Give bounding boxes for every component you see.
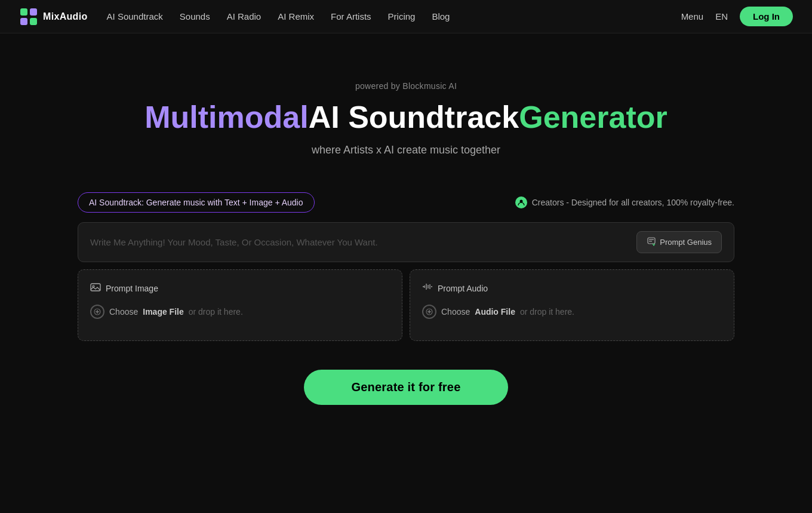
audio-upload-icon [422,305,436,319]
card-area: AI Soundtrack: Generate music with Text … [78,192,734,429]
text-prompt-row: Prompt Genius [78,222,734,262]
nav-item-ai-remix[interactable]: AI Remix [278,11,314,22]
menu-button[interactable]: Menu [681,11,704,21]
logo-text: MixAudio [43,11,88,22]
hero-subtitle: where Artists x AI create music together [312,144,500,156]
nav-item-ai-radio[interactable]: AI Radio [227,11,262,22]
creators-info: Creators - Designed for all creators, 10… [515,196,734,208]
audio-panel-header: Prompt Audio [422,282,722,295]
title-generator: Generator [519,100,668,134]
nav-item-ai-soundtrack[interactable]: AI Soundtrack [107,11,163,22]
image-file-choose-row: Choose Image File or drop it here. [90,305,390,319]
svg-rect-4 [30,18,37,25]
image-panel-icon [90,282,101,295]
audio-panel-label: Prompt Audio [438,284,488,293]
login-button[interactable]: Log In [740,7,793,26]
creator-avatar-icon [515,196,527,208]
svg-rect-1 [20,8,27,16]
card-header-row: AI Soundtrack: Generate music with Text … [78,192,734,213]
generate-button[interactable]: Generate it for free [304,370,509,405]
navbar-left: MixAudio AI Soundtrack Sounds AI Radio A… [19,7,450,26]
image-drop-label: or drop it here. [189,307,243,317]
image-choose-label: Choose [109,307,138,317]
prompt-genius-label: Prompt Genius [660,238,712,247]
audio-prompt-panel[interactable]: Prompt Audio Choose Audio File or drop i… [410,269,734,341]
image-prompt-panel[interactable]: Prompt Image Choose Image File or drop i… [78,269,402,341]
logo-icon [19,7,38,26]
nav-item-pricing[interactable]: Pricing [388,11,416,22]
logo[interactable]: MixAudio [19,7,88,26]
main-content: powered by Blockmusic AI MultimodalAI So… [0,33,812,429]
audio-file-choose-row: Choose Audio File or drop it here. [422,305,722,319]
image-file-type: Image File [143,307,183,317]
audio-choose-label: Choose [441,307,470,317]
title-multimodal: Multimodal [144,100,308,134]
image-upload-icon [90,305,104,319]
nav-item-sounds[interactable]: Sounds [180,11,210,22]
prompt-panels: Prompt Image Choose Image File or drop i… [78,269,734,341]
nav-item-for-artists[interactable]: For Artists [331,11,371,22]
generate-btn-row: Generate it for free [78,370,734,405]
prompt-genius-button[interactable]: Prompt Genius [636,231,722,253]
svg-rect-9 [91,284,100,291]
creators-text: Creators - Designed for all creators, 10… [532,198,734,207]
svg-point-10 [93,285,94,287]
text-prompt-input[interactable] [90,237,627,247]
powered-by-label: powered by Blockmusic AI [355,81,457,91]
hero-title: MultimodalAI SoundtrackGenerator [144,100,667,134]
audio-file-type: Audio File [475,307,515,317]
nav-item-blog[interactable]: Blog [432,11,450,22]
svg-rect-3 [20,18,27,25]
svg-rect-6 [648,238,655,244]
audio-panel-icon [422,282,433,295]
image-panel-header: Prompt Image [90,282,390,295]
navbar-right: Menu EN Log In [681,7,793,26]
image-panel-label: Prompt Image [106,284,158,293]
navbar: MixAudio AI Soundtrack Sounds AI Radio A… [0,0,812,33]
language-selector[interactable]: EN [715,11,728,21]
audio-drop-label: or drop it here. [520,307,574,317]
nav-links: AI Soundtrack Sounds AI Radio AI Remix F… [107,11,450,22]
prompt-genius-icon [647,236,656,248]
title-ai-soundtrack: AI Soundtrack [309,100,519,134]
svg-rect-2 [30,8,37,16]
badge-label: AI Soundtrack: Generate music with Text … [78,192,315,213]
